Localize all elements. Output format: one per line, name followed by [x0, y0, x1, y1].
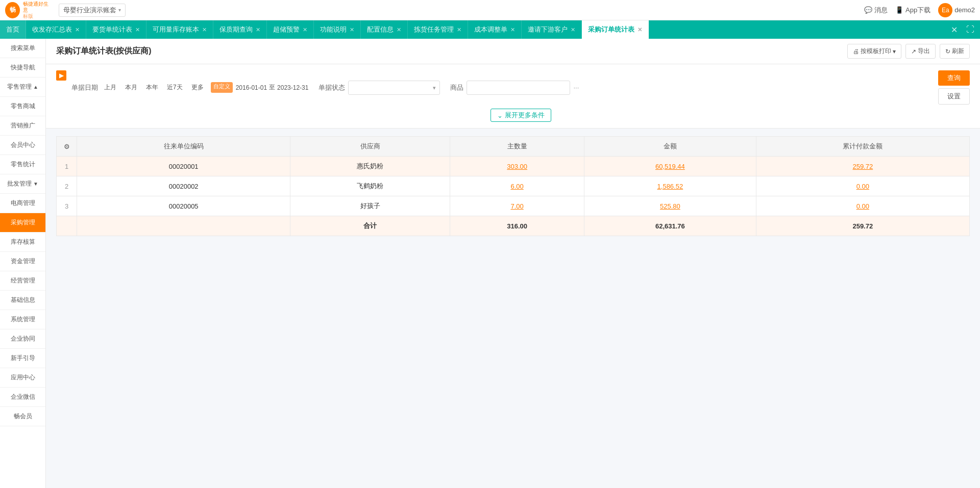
row-num-1: 1 [57, 157, 77, 176]
filter-header: ▶ 单据日期 上月 本月 本年 近7天 更多 自定义 [56, 70, 970, 122]
sidebar-item-member[interactable]: 会员中心 [0, 136, 45, 155]
tab-cost-adjust[interactable]: 成本调整单 ✕ [468, 20, 522, 39]
sidebar-item-inventory[interactable]: 库存核算 [0, 233, 45, 252]
tab-config-info[interactable]: 配置信息 ✕ [361, 20, 408, 39]
sidebar-item-retail-mgmt[interactable]: 零售管理 ▲ [0, 78, 45, 97]
goods-label: 商品 [450, 83, 463, 92]
row-amount-1[interactable]: 60,519.44 [584, 157, 756, 176]
custom-badge: 自定义 [211, 82, 233, 93]
more-options-icon[interactable]: ··· [573, 84, 579, 91]
logo-text: 畅捷通好生意 标版 [23, 1, 51, 19]
sidebar-item-retail-store[interactable]: 零售商城 [0, 97, 45, 116]
sidebar-item-retail-stats[interactable]: 零售统计 [0, 155, 45, 174]
print-button[interactable]: 🖨 按模板打印 ▾ [847, 44, 901, 59]
close-icon[interactable]: ✕ [202, 27, 207, 33]
row-paid-3[interactable]: 0.00 [756, 196, 969, 216]
amount-column-header: 金额 [584, 137, 756, 157]
sidebar-item-system[interactable]: 系统管理 [0, 310, 45, 329]
goods-input[interactable] [467, 81, 570, 95]
refresh-icon: ↻ [945, 48, 950, 55]
sidebar-item-app-center[interactable]: 应用中心 [0, 368, 45, 388]
printer-icon: 🖨 [853, 48, 859, 55]
row-paid-1[interactable]: 259.72 [756, 157, 969, 176]
refresh-button[interactable]: ↻ 刷新 [940, 44, 970, 59]
sidebar-item-operations[interactable]: 经营管理 [0, 271, 45, 291]
sidebar-item-vip[interactable]: 畅会员 [0, 407, 45, 426]
sidebar-item-new-guide[interactable]: 新手引导 [0, 349, 45, 368]
settings-column-header[interactable]: ⚙ [57, 137, 77, 157]
footer-quantity: 316.00 [450, 216, 584, 236]
collapse-arrow-icon[interactable]: ▶ [56, 70, 66, 81]
close-icon[interactable]: ✕ [457, 27, 461, 33]
close-icon[interactable]: ✕ [256, 27, 260, 33]
status-select[interactable] [348, 81, 440, 95]
shortcut-this-year[interactable]: 本年 [143, 82, 161, 93]
close-all-tabs-icon[interactable]: ✕ [948, 24, 961, 36]
maximize-icon[interactable]: ⛶ [963, 24, 977, 35]
row-supplier-2: 飞鹤奶粉 [290, 176, 450, 196]
tab-home[interactable]: 首页 [0, 20, 26, 39]
row-amount-2[interactable]: 1,586.52 [584, 176, 756, 196]
quantity-column-header: 主数量 [450, 137, 584, 157]
header-actions: 🖨 按模板打印 ▾ ↗ 导出 ↻ 刷新 [847, 44, 970, 59]
close-icon[interactable]: ✕ [510, 27, 515, 33]
row-amount-3[interactable]: 525.80 [584, 196, 756, 216]
user-profile[interactable]: Ea demo2 [938, 3, 975, 17]
row-code-3: 00020005 [77, 196, 290, 216]
query-button[interactable]: 查询 [938, 70, 970, 86]
sidebar-item-search[interactable]: 搜索菜单 [0, 39, 45, 58]
tab-purchase-order-stats[interactable]: 采购订单统计表 ✕ [582, 20, 649, 39]
tab-function-desc[interactable]: 功能说明 ✕ [314, 20, 361, 39]
row-paid-2[interactable]: 0.00 [756, 176, 969, 196]
shortcut-prev-month[interactable]: 上月 [101, 82, 119, 93]
shortcut-more[interactable]: 更多 [188, 82, 207, 93]
shortcut-7days[interactable]: 近7天 [164, 82, 186, 93]
sidebar-item-enterprise-wechat[interactable]: 企业微信 [0, 388, 45, 407]
row-quantity-2[interactable]: 6.00 [450, 176, 584, 196]
sidebar-item-basic-info[interactable]: 基础信息 [0, 291, 45, 310]
expand-filters-button[interactable]: ⌄ 展开更多条件 [491, 109, 551, 122]
status-label: 单据状态 [318, 83, 345, 92]
close-icon[interactable]: ✕ [571, 27, 575, 33]
dropdown-arrow-icon: ▾ [893, 48, 896, 55]
sidebar-item-finance[interactable]: 资金管理 [0, 252, 45, 271]
tab-order-stats[interactable]: 要货单统计表 ✕ [86, 20, 146, 39]
sidebar-item-enterprise-collab[interactable]: 企业协同 [0, 329, 45, 349]
app-download-btn[interactable]: 📱 App下载 [895, 6, 930, 15]
close-icon[interactable]: ✕ [397, 27, 401, 33]
sidebar-item-quick-nav[interactable]: 快捷导航 [0, 58, 45, 78]
close-icon[interactable]: ✕ [350, 27, 354, 33]
close-icon[interactable]: ✕ [135, 27, 140, 33]
row-supplier-3: 好孩子 [290, 196, 450, 216]
tab-collect-pay[interactable]: 收发存汇总表 ✕ [26, 20, 86, 39]
workspace-selector[interactable]: 母婴行业演示账套 ▾ [59, 4, 126, 17]
top-bar: 畅 畅捷通好生意 标版 母婴行业演示账套 ▾ 💬 消息 📱 App下载 Ea d… [0, 0, 980, 20]
close-icon[interactable]: ✕ [638, 27, 642, 33]
chevron-down-icon: ▼ [33, 181, 38, 187]
close-icon[interactable]: ✕ [75, 27, 80, 33]
footer-amount: 62,631.76 [584, 216, 756, 236]
nav-tabs: 首页 收发存汇总表 ✕ 要货单统计表 ✕ 可用量库存账本 ✕ 保质期查询 ✕ 超… [0, 20, 980, 39]
shortcut-this-month[interactable]: 本月 [122, 82, 140, 93]
tab-expiry-query[interactable]: 保质期查询 ✕ [213, 20, 267, 39]
table-row: 1 00020001 惠氏奶粉 303.00 60,519.44 259.72 [57, 157, 970, 176]
row-quantity-3[interactable]: 7.00 [450, 196, 584, 216]
close-icon[interactable]: ✕ [303, 27, 307, 33]
message-btn[interactable]: 💬 消息 [864, 6, 888, 15]
tab-invite-downstream[interactable]: 邀请下游客户 ✕ [522, 20, 582, 39]
tab-picking-task[interactable]: 拣货任务管理 ✕ [408, 20, 468, 39]
date-filter: 单据日期 上月 本月 本年 近7天 更多 自定义 2016-01-01 [71, 82, 308, 93]
row-quantity-1[interactable]: 303.00 [450, 157, 584, 176]
page-header: 采购订单统计表(按供应商) 🖨 按模板打印 ▾ ↗ 导出 ↻ 刷新 [46, 39, 980, 64]
tab-overstock[interactable]: 超储预警 ✕ [267, 20, 314, 39]
row-supplier-1: 惠氏奶粉 [290, 157, 450, 176]
export-button[interactable]: ↗ 导出 [905, 44, 936, 59]
footer-label: 合计 [290, 216, 450, 236]
settings-button[interactable]: 设置 [938, 88, 970, 105]
download-icon: 📱 [895, 6, 903, 14]
sidebar-item-purchase[interactable]: 采购管理 [0, 213, 45, 233]
sidebar-item-ecommerce[interactable]: 电商管理 [0, 194, 45, 213]
sidebar-item-wholesale[interactable]: 批发管理 ▼ [0, 174, 45, 194]
sidebar-item-marketing[interactable]: 营销推广 [0, 116, 45, 136]
tab-available-stock[interactable]: 可用量库存账本 ✕ [146, 20, 213, 39]
